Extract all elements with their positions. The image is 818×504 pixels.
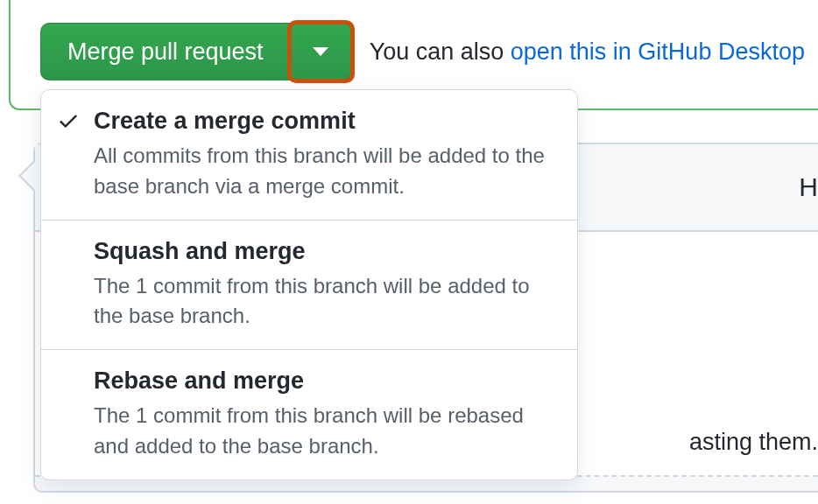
panel-header-text: H [799, 172, 818, 202]
merge-info-text: You can also open this in GitHub Desktop [370, 38, 805, 66]
merge-pull-request-button[interactable]: Merge pull request [40, 23, 291, 80]
option-squash-and-merge[interactable]: Squash and merge The 1 commit from this … [41, 220, 577, 351]
option-title: Squash and merge [94, 238, 557, 265]
merge-button-group: Merge pull request [40, 23, 352, 80]
option-desc: The 1 commit from this branch will be ad… [94, 271, 557, 332]
merge-row: Merge pull request You can also open thi… [40, 23, 805, 80]
info-prefix: You can also [370, 38, 511, 65]
panel-body-text: asting them. [689, 429, 818, 456]
option-desc: All commits from this branch will be add… [94, 141, 557, 202]
merge-options-caret-button[interactable] [291, 23, 352, 80]
caret-down-icon [313, 47, 328, 56]
merge-options-dropdown: Create a merge commit All commits from t… [40, 89, 578, 480]
option-rebase-and-merge[interactable]: Rebase and merge The 1 commit from this … [41, 350, 577, 480]
option-desc: The 1 commit from this branch will be re… [94, 401, 557, 462]
open-desktop-link[interactable]: open this in GitHub Desktop [511, 38, 805, 65]
merge-button-label: Merge pull request [67, 38, 264, 66]
check-icon [57, 109, 80, 132]
option-title: Rebase and merge [94, 368, 557, 395]
option-title: Create a merge commit [94, 108, 557, 135]
option-create-merge-commit[interactable]: Create a merge commit All commits from t… [41, 90, 577, 220]
